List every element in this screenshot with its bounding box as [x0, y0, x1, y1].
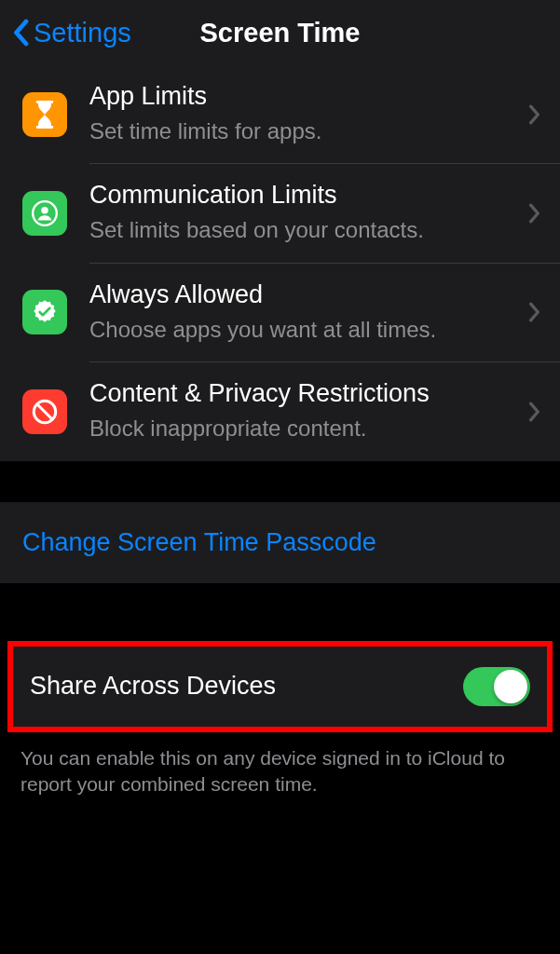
chevron-right-icon	[528, 203, 541, 224]
change-passcode-row[interactable]: Change Screen Time Passcode	[0, 502, 560, 583]
share-across-devices-toggle[interactable]	[463, 667, 530, 706]
toggle-knob	[494, 670, 527, 703]
change-passcode-link: Change Screen Time Passcode	[22, 528, 538, 557]
chevron-right-icon	[528, 302, 541, 322]
no-sign-icon	[22, 389, 67, 434]
settings-section: App Limits Set time limits for apps. Com…	[0, 65, 560, 461]
row-communication-limits[interactable]: Communication Limits Set limits based on…	[0, 164, 560, 262]
section-gap	[0, 583, 560, 624]
section-gap	[0, 461, 560, 502]
chevron-left-icon	[11, 19, 30, 47]
row-subtitle: Choose apps you want at all times.	[89, 315, 519, 345]
row-content: Communication Limits Set limits based on…	[89, 181, 519, 245]
row-subtitle: Set limits based on your contacts.	[89, 215, 519, 245]
hourglass-icon	[22, 92, 67, 137]
row-content: App Limits Set time limits for apps.	[89, 82, 519, 146]
svg-rect-1	[36, 126, 53, 129]
row-content-privacy[interactable]: Content & Privacy Restrictions Block ina…	[0, 362, 560, 460]
row-subtitle: Set time limits for apps.	[89, 116, 519, 146]
row-content: Content & Privacy Restrictions Block ina…	[89, 379, 519, 443]
back-label: Settings	[34, 18, 131, 48]
svg-point-3	[41, 207, 48, 213]
row-title: Always Allowed	[89, 280, 519, 309]
share-across-devices-label: Share Across Devices	[30, 672, 463, 701]
row-content: Always Allowed Choose apps you want at a…	[89, 280, 519, 345]
nav-header: Settings Screen Time	[0, 0, 560, 65]
row-title: Content & Privacy Restrictions	[89, 379, 519, 408]
row-app-limits[interactable]: App Limits Set time limits for apps.	[0, 65, 560, 163]
row-title: Communication Limits	[89, 181, 519, 210]
svg-rect-0	[36, 101, 53, 103]
footer-description: You can enable this on any device signed…	[0, 736, 560, 808]
person-circle-icon	[22, 191, 67, 236]
page-title: Screen Time	[200, 18, 361, 48]
back-button[interactable]: Settings	[11, 18, 131, 48]
highlight-annotation: Share Across Devices	[7, 641, 553, 732]
share-across-devices-row[interactable]: Share Across Devices	[13, 647, 547, 727]
chevron-right-icon	[528, 104, 541, 125]
row-title: App Limits	[89, 82, 519, 111]
chevron-right-icon	[528, 402, 541, 422]
row-always-allowed[interactable]: Always Allowed Choose apps you want at a…	[0, 264, 560, 361]
svg-line-5	[37, 404, 52, 419]
row-subtitle: Block inappropriate content.	[89, 414, 519, 443]
checkmark-seal-icon	[22, 290, 67, 334]
